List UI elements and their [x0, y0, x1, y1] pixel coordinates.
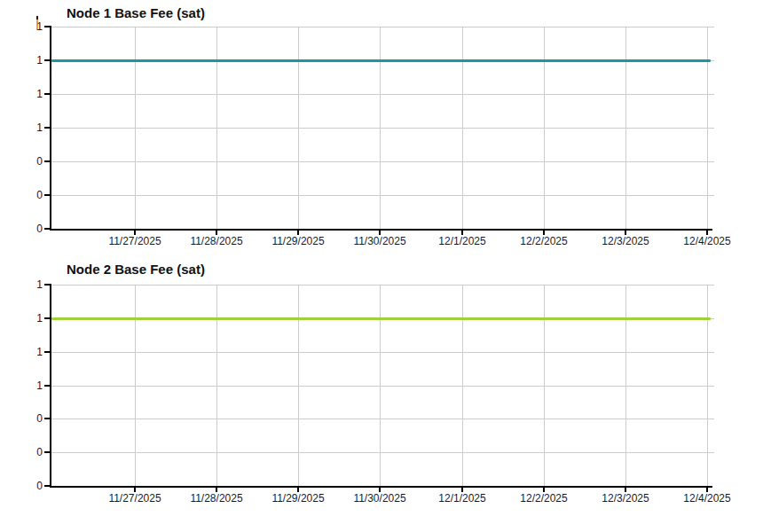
x-tick-label: 12/4/2025	[670, 492, 744, 505]
gridline-vertical	[625, 27, 626, 229]
gridline-vertical	[462, 27, 463, 229]
chart-1-title: Node 1 Base Fee (sat)	[67, 5, 205, 20]
gridline-vertical	[216, 285, 217, 486]
x-tick-label: 11/28/2025	[179, 492, 254, 505]
gridline-vertical	[462, 285, 463, 486]
y-tick-label: 1	[16, 88, 43, 100]
gridline-vertical	[707, 285, 708, 486]
chart-2-title: Node 2 Base Fee (sat)	[67, 262, 205, 277]
x-tick-label: 12/4/2025	[670, 235, 744, 247]
gridline-vertical	[135, 27, 136, 229]
gridline-horizontal	[51, 352, 714, 353]
y-tick-label: 1	[16, 346, 43, 358]
gridline-vertical	[544, 27, 545, 229]
gridline-vertical	[380, 27, 381, 229]
y-tick-label: 0	[16, 223, 43, 235]
gridline-horizontal	[51, 94, 714, 95]
y-tick-label: 0	[16, 412, 43, 425]
x-tick-label: 11/29/2025	[261, 235, 335, 247]
gridline-vertical	[707, 27, 708, 229]
gridline-horizontal	[51, 161, 714, 162]
y-tick-label: 0	[16, 446, 43, 458]
x-tick-label: 12/3/2025	[588, 235, 663, 247]
x-tick-label: 12/2/2025	[507, 492, 581, 505]
gridline-vertical	[544, 285, 545, 486]
gridline-horizontal	[51, 195, 714, 196]
gridline-horizontal	[51, 285, 714, 286]
y-axis-spine	[50, 285, 51, 488]
gridline-vertical	[298, 27, 299, 229]
x-axis-spine	[50, 229, 712, 231]
gridline-vertical	[216, 27, 217, 229]
gridline-horizontal	[51, 419, 714, 419]
gridline-horizontal	[51, 27, 714, 27]
x-tick-label: 11/27/2025	[98, 235, 172, 247]
y-tick-label: 1	[16, 379, 43, 392]
gridline-horizontal	[51, 386, 714, 387]
y-tick-label: 1	[16, 20, 43, 33]
series-line-node-2-base-fee	[51, 317, 711, 320]
x-tick-label: 12/1/2025	[425, 492, 499, 505]
y-tick-label: 0	[16, 155, 43, 168]
gridline-vertical	[135, 285, 136, 486]
y-axis-spine	[50, 27, 51, 231]
x-tick-label: 11/27/2025	[98, 492, 172, 505]
gridline-vertical	[380, 285, 381, 486]
y-tick-label: 1	[16, 312, 43, 325]
x-tick-label: 12/3/2025	[588, 492, 663, 505]
gridline-vertical	[298, 285, 299, 486]
x-tick-label: 11/30/2025	[342, 492, 417, 505]
x-tick-label: 12/1/2025	[425, 235, 499, 247]
x-tick-label: 11/30/2025	[342, 235, 417, 247]
y-tick-label: 0	[16, 189, 43, 201]
y-tick-label: 1	[16, 278, 43, 291]
gridline-horizontal	[51, 452, 714, 453]
x-tick-label: 12/2/2025	[507, 235, 581, 247]
y-tick-label: 1	[16, 121, 43, 134]
series-line-node-1-base-fee	[51, 59, 711, 62]
y-tick-label: 0	[16, 480, 43, 492]
chart-page: Node 1 Base Fee (sat) Node 2 Base Fee (s…	[0, 0, 763, 532]
gridline-horizontal	[51, 128, 714, 129]
y-tick-label: 1	[16, 54, 43, 66]
gridline-vertical	[625, 285, 626, 486]
x-axis-spine	[50, 486, 712, 488]
x-tick-label: 11/28/2025	[179, 235, 254, 247]
x-tick-label: 11/29/2025	[261, 492, 335, 505]
